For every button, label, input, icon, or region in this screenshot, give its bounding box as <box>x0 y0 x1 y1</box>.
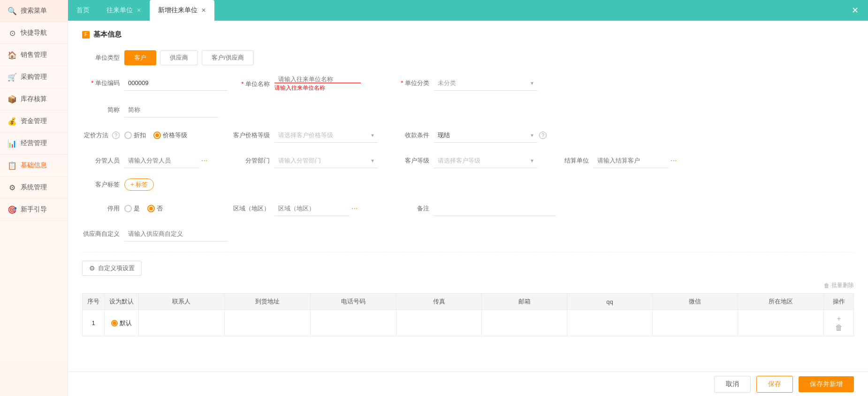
col-no: 序号 <box>83 294 105 310</box>
add-tag-btn[interactable]: + 标签 <box>124 179 154 191</box>
batch-delete-label: 批量删除 <box>831 281 854 289</box>
department-label: 分管部门 <box>232 156 270 165</box>
cell-fax[interactable] <box>396 310 482 336</box>
save-button[interactable]: 保存 <box>756 376 793 393</box>
department-field: 分管部门 请输入分管部门 ▾ <box>232 153 392 168</box>
phone-input[interactable] <box>315 319 391 326</box>
manager-field: 分管人员 ··· <box>82 153 232 168</box>
pricing-discount-radio[interactable]: 折扣 <box>124 131 146 140</box>
payment-terms-select[interactable]: 现结 ▾ <box>434 128 537 143</box>
fax-input[interactable] <box>401 319 477 326</box>
name-error-msg: 请输入往来单位名称 <box>274 84 361 92</box>
address-input[interactable] <box>229 319 305 326</box>
sidebar-item-operations[interactable]: 📊 经营管理 <box>0 132 68 155</box>
pricing-help-icon[interactable]: ? <box>112 132 120 139</box>
sidebar-item-basic[interactable]: 📋 基础信息 <box>0 155 68 177</box>
tab-bar-close-all[interactable]: ✕ <box>848 3 862 17</box>
settlement-more-btn[interactable]: ··· <box>669 156 678 165</box>
cell-contact[interactable] <box>139 310 225 336</box>
abbr-field: 简称 <box>82 102 232 117</box>
customer-price-level-arrow: ▾ <box>371 132 374 139</box>
settlement-field: 结算单位 ··· <box>551 153 701 168</box>
category-select[interactable]: 未分类 ▾ <box>434 76 537 91</box>
col-region: 所在地区 <box>738 294 823 310</box>
unit-type-both-btn[interactable]: 客户/供应商 <box>202 50 254 65</box>
guide-icon: 🎯 <box>8 205 17 214</box>
region-label: 区域（地区） <box>232 204 270 213</box>
abbr-input[interactable] <box>124 102 218 117</box>
cell-address[interactable] <box>224 310 310 336</box>
tab-partners[interactable]: 往来单位 ✕ <box>98 0 150 21</box>
custom-settings-btn[interactable]: ⚙ 自定义项设置 <box>82 261 142 276</box>
contact-input[interactable] <box>144 319 220 326</box>
settlement-input[interactable] <box>594 153 669 168</box>
remark-label: 备注 <box>392 204 429 213</box>
cell-email[interactable] <box>482 310 567 336</box>
batch-delete-icon: 🗑 <box>824 282 830 289</box>
supplier-custom-input[interactable] <box>124 226 228 241</box>
table-action-bar: 🗑 批量删除 <box>82 281 854 289</box>
code-name-category-row: 单位编码 单位名称 请输入往来单位名称 单位分类 未分类 ▾ <box>82 76 854 92</box>
unit-type-supplier-btn[interactable]: 供应商 <box>160 50 198 65</box>
abbr-row: 简称 <box>82 102 854 117</box>
manager-more-btn[interactable]: ··· <box>199 156 209 165</box>
pricing-level-radio[interactable]: 价格等级 <box>153 131 187 140</box>
code-label: 单位编码 <box>82 79 120 87</box>
tab-new-partner-close[interactable]: ✕ <box>201 7 206 14</box>
cell-phone[interactable] <box>310 310 396 336</box>
sidebar-item-sales[interactable]: 🏠 销售管理 <box>0 44 68 66</box>
delete-row-btn[interactable]: 🗑 <box>834 323 844 333</box>
yes-label: 是 <box>134 204 140 213</box>
region-input[interactable] <box>274 201 350 216</box>
disabled-yes-radio[interactable]: 是 <box>124 204 140 213</box>
home-icon: ⊙ <box>8 28 17 38</box>
col-phone: 电话号码 <box>310 294 396 310</box>
sidebar-item-guide[interactable]: 🎯 新手引导 <box>0 199 68 221</box>
code-input[interactable] <box>124 76 228 91</box>
tab-partners-close[interactable]: ✕ <box>137 7 141 14</box>
department-select[interactable]: 请输入分管部门 ▾ <box>274 153 378 168</box>
sidebar-item-purchase[interactable]: 🛒 采购管理 <box>0 66 68 88</box>
sidebar-item-quick-nav[interactable]: ⊙ 快捷导航 <box>0 22 68 44</box>
manager-label: 分管人员 <box>82 156 120 165</box>
tab-new-partner[interactable]: 新增往来单位 ✕ <box>150 0 214 21</box>
remark-input[interactable] <box>434 201 556 216</box>
unit-type-customer-btn[interactable]: 客户 <box>124 50 156 65</box>
payment-terms-arrow: ▾ <box>531 132 533 139</box>
main-area: 首页 往来单位 ✕ 新增往来单位 ✕ ✕ F 基本信息 单位类型 客户 供应商 … <box>68 0 868 396</box>
payment-terms-help-icon[interactable]: ? <box>539 132 547 139</box>
default-radio[interactable] <box>111 320 118 326</box>
custom-settings-label: 自定义项设置 <box>98 264 135 272</box>
sidebar-item-system[interactable]: ⚙ 系统管理 <box>0 177 68 199</box>
customer-level-select[interactable]: 请选择客户等级 ▾ <box>434 153 537 168</box>
cancel-button[interactable]: 取消 <box>714 376 751 393</box>
tag-row: 客户标签 + 标签 <box>82 179 854 191</box>
region-table-input[interactable] <box>743 319 819 326</box>
cell-region[interactable] <box>738 310 823 336</box>
customer-price-level-select[interactable]: 请选择客户价格等级 ▾ <box>274 128 378 143</box>
save-new-button[interactable]: 保存并新增 <box>799 376 854 392</box>
batch-delete-btn[interactable]: 🗑 批量删除 <box>824 281 854 289</box>
category-label: 单位分类 <box>392 79 429 87</box>
qq-input[interactable] <box>572 319 647 326</box>
supplier-custom-row: 供应商自定义 <box>82 226 854 241</box>
manager-input[interactable] <box>124 153 199 168</box>
wechat-input[interactable] <box>657 319 733 326</box>
sidebar-item-inventory[interactable]: 📦 库存核算 <box>0 88 68 110</box>
unit-type-label: 单位类型 <box>82 54 120 62</box>
tab-home[interactable]: 首页 <box>68 0 98 21</box>
category-field: 单位分类 未分类 ▾ <box>392 76 542 91</box>
cell-wechat[interactable] <box>652 310 738 336</box>
cell-qq[interactable] <box>567 310 652 336</box>
manager-row: 分管人员 ··· 分管部门 请输入分管部门 ▾ 客户等级 请选择客户等级 ▾ 结… <box>82 153 854 168</box>
pricing-field: 定价方法 ? 折扣 价格等级 <box>82 131 232 140</box>
sidebar-item-finance[interactable]: 💰 资金管理 <box>0 110 68 132</box>
form-content: F 基本信息 单位类型 客户 供应商 客户/供应商 单位编码 单位名称 <box>68 21 868 396</box>
disabled-region-row: 停用 是 否 区域（地区） ··· 备注 <box>82 201 854 216</box>
add-row-btn[interactable]: ＋ <box>834 313 844 323</box>
region-more-btn[interactable]: ··· <box>350 204 359 213</box>
sidebar-item-search[interactable]: 🔍 搜索菜单 <box>0 0 68 22</box>
name-input[interactable] <box>274 76 361 83</box>
disabled-no-radio[interactable]: 否 <box>147 204 163 213</box>
email-input[interactable] <box>487 319 562 326</box>
